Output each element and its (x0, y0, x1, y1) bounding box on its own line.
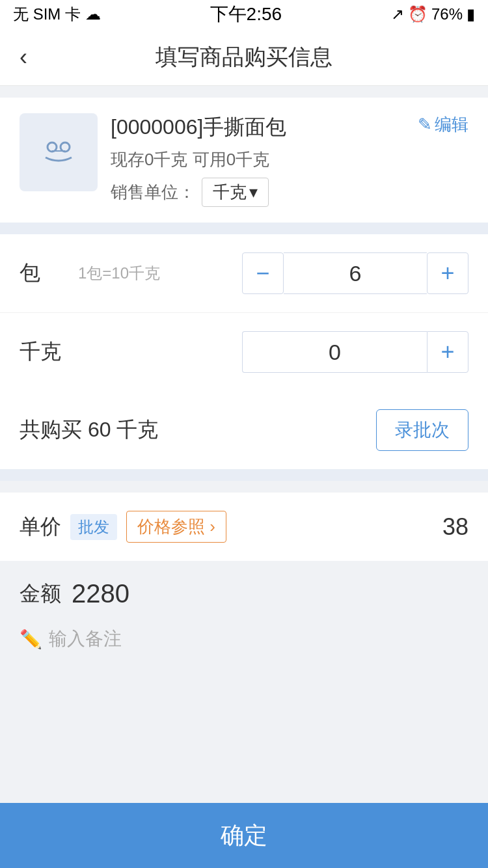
product-logo-icon (39, 133, 78, 172)
price-left: 单价 批发 价格参照 › (20, 511, 226, 543)
status-right: ↗ ⏰ 76% ▮ (391, 5, 475, 23)
kg-plus-button[interactable]: + (427, 331, 468, 373)
amount-row: 金额 2280 (20, 579, 468, 608)
edit-icon: ✎ (418, 115, 432, 135)
remark-placeholder: 输入备注 (49, 627, 122, 651)
page-title: 填写商品购买信息 (156, 42, 332, 72)
summary-row: 共购买 60 千克 录批次 (0, 391, 488, 469)
bao-plus-button[interactable]: + (427, 252, 468, 294)
nav-bar: ‹ 填写商品购买信息 (0, 29, 488, 86)
bao-minus-button[interactable]: − (242, 252, 284, 294)
product-card: [0000006]手撕面包 ✎ 编辑 现存0千克 可用0千克 销售单位： 千克 … (0, 98, 488, 223)
amount-value: 2280 (72, 579, 129, 608)
price-label: 单价 (20, 513, 61, 541)
batch-button[interactable]: 录批次 (376, 409, 468, 451)
bao-input[interactable] (284, 252, 427, 294)
product-name: [0000006]手撕面包 (111, 113, 286, 142)
section-divider-1 (0, 223, 488, 234)
dropdown-icon: ▾ (249, 182, 258, 202)
bao-input-section: 包 1包=10千克 − + 千克 + (0, 234, 488, 391)
edit-button[interactable]: ✎ 编辑 (418, 113, 468, 136)
amount-label: 金额 (20, 580, 61, 608)
remark-icon: ✏️ (20, 629, 42, 650)
product-info: [0000006]手撕面包 ✎ 编辑 现存0千克 可用0千克 销售单位： 千克 … (111, 113, 468, 207)
svg-point-0 (47, 142, 57, 152)
kg-input[interactable] (242, 331, 427, 373)
bao-input-row: 包 1包=10千克 − + (0, 234, 488, 313)
product-top-row: [0000006]手撕面包 ✎ 编辑 (111, 113, 468, 148)
sim-status: 无 SIM 卡 ☁ (13, 4, 101, 25)
product-stock: 现存0千克 可用0千克 (111, 148, 468, 171)
alarm-icon: ⏰ (408, 5, 427, 23)
product-unit: 销售单位： 千克 ▾ (111, 178, 468, 207)
confirm-button[interactable]: 确定 (0, 803, 488, 868)
battery-icon: ▮ (467, 5, 475, 23)
amount-section: 金额 2280 ✏️ 输入备注 (0, 561, 488, 664)
status-time: 下午2:56 (210, 2, 282, 27)
price-value: 38 (442, 513, 468, 541)
bao-hint: 1包=10千克 (78, 263, 242, 284)
summary-text: 共购买 60 千克 (20, 416, 158, 444)
remark-row[interactable]: ✏️ 输入备注 (20, 620, 468, 658)
back-button[interactable]: ‹ (13, 37, 34, 77)
unit-selector[interactable]: 千克 ▾ (202, 178, 269, 207)
battery-level: 76% (431, 5, 463, 23)
section-divider-2 (0, 469, 488, 481)
bottom-spacer (0, 664, 488, 742)
kg-label: 千克 (20, 338, 242, 366)
price-ref-button[interactable]: 价格参照 › (126, 511, 226, 543)
price-tag: 批发 (70, 514, 117, 540)
price-section: 单价 批发 价格参照 › 38 (0, 493, 488, 561)
status-left: 无 SIM 卡 ☁ (13, 4, 101, 25)
location-icon: ↗ (391, 5, 404, 23)
bao-label: 包 (20, 259, 72, 288)
status-bar: 无 SIM 卡 ☁ 下午2:56 ↗ ⏰ 76% ▮ (0, 0, 488, 29)
product-image (20, 113, 98, 191)
kg-input-row: 千克 + (0, 313, 488, 391)
kg-controls: + (242, 331, 468, 373)
svg-point-1 (61, 142, 70, 152)
bao-controls: − + (242, 252, 468, 294)
